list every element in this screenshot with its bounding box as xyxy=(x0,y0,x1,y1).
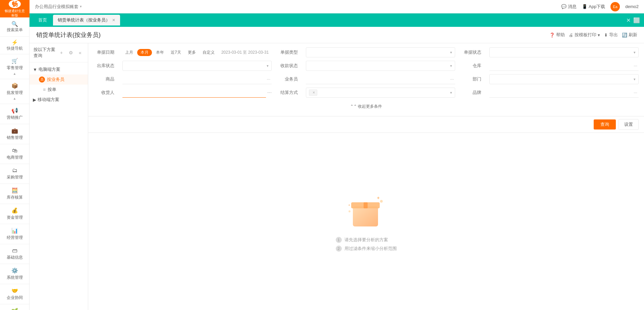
tree-item-by-order-label: 按单 xyxy=(48,87,56,93)
svg-rect-0 xyxy=(353,206,378,226)
date-tab-this-year[interactable]: 本年 xyxy=(153,49,167,56)
enterprise-icon: 🤝 xyxy=(11,288,18,294)
brand-input[interactable]: ··· xyxy=(489,88,639,98)
sidebar-item-basic[interactable]: 🗃 基础信息 xyxy=(0,244,29,264)
dept-dropdown-icon: ▾ xyxy=(634,77,636,82)
sidebar-item-wholesale[interactable]: 📦 批发管理 ▲ xyxy=(0,79,29,104)
settlement-select[interactable]: × ▾ xyxy=(306,88,455,98)
svg-point-3 xyxy=(380,200,383,203)
out-status-select[interactable]: ▾ xyxy=(122,61,272,71)
help-button[interactable]: ❓ 帮助 xyxy=(549,32,565,38)
brand-label: 品牌 xyxy=(461,90,484,96)
tab-restore-icon[interactable]: ⬜ xyxy=(633,17,640,23)
help-label: 帮助 xyxy=(556,32,565,38)
sidebar-item-inventory[interactable]: 🧮 库存核算 xyxy=(0,184,29,204)
sidebar-item-finance[interactable]: 💰 资金管理 xyxy=(0,204,29,224)
collapse-panel-button[interactable]: « xyxy=(76,49,84,56)
out-status-dropdown-icon: ▾ xyxy=(267,64,269,68)
staff-dots: ··· xyxy=(450,76,454,82)
app-download-button[interactable]: 📱 App下载 xyxy=(582,4,605,10)
sidebar-item-retail[interactable]: 🛒 零售管理 ▲ xyxy=(0,54,29,79)
sidebar-item-search[interactable]: 🔍 搜索菜单 xyxy=(0,17,29,37)
filter-row-1: 单据日期 上月 本月 本年 近7天 更多 自定义 2023-03-01 至 20… xyxy=(94,47,639,57)
tree-group-mobile-header[interactable]: ▶ 移动端方案 xyxy=(30,95,88,105)
sidebar-item-purchase[interactable]: 🗂 采购管理 xyxy=(0,164,29,184)
print-dropdown-icon: ▾ xyxy=(598,33,600,38)
tree-group-pc-header[interactable]: ▼ 电脑端方案 xyxy=(30,64,88,74)
setting-button[interactable]: 设置 xyxy=(619,119,639,130)
user-name[interactable]: demo2 xyxy=(625,4,639,9)
collapse-bar-label[interactable]: 收起更多条件 xyxy=(358,104,382,109)
date-label: 单据日期 xyxy=(94,49,117,55)
sidebar-item-system[interactable]: ⚙️ 系统管理 xyxy=(0,264,29,284)
tab-report[interactable]: 销货单统计表（按业务员） ✕ xyxy=(53,15,120,25)
consignee-input[interactable] xyxy=(122,88,266,98)
inventory-icon: 🧮 xyxy=(11,187,18,194)
doc-type-label: 单据类型 xyxy=(277,49,301,55)
goods-input[interactable]: ··· xyxy=(122,74,272,84)
tree-group-pc: ▼ 电脑端方案 员 按业务员 ≡ 按单 xyxy=(30,64,88,95)
sidebar-ecommerce-label: 电商管理 xyxy=(7,155,23,160)
refresh-button[interactable]: 🔄 刷新 xyxy=(622,32,637,38)
dept-select[interactable]: ▾ xyxy=(489,74,639,84)
dept-label: 部门 xyxy=(461,76,484,82)
settlement-tag: × xyxy=(309,90,317,96)
date-tab-more[interactable]: 更多 xyxy=(185,49,199,56)
doc-type-select[interactable]: ▾ xyxy=(306,47,455,57)
tabbar: 首页 销货单统计表（按业务员） ✕ ✕ ⬜ xyxy=(30,13,644,27)
export-label: 导出 xyxy=(609,32,618,38)
sidebar-retail-label: 零售管理 xyxy=(7,65,23,71)
consignee-dots[interactable]: ··· xyxy=(267,90,272,96)
sidebar: 畅 畅捷通好生意 标版 🔍 搜索菜单 ⚡ 快捷导航 🛒 零售管理 ▲ 📦 批发管… xyxy=(0,0,30,310)
tree-group-pc-label: 电脑端方案 xyxy=(39,66,60,72)
sidebar-item-operation[interactable]: 📊 经营管理 xyxy=(0,224,29,244)
sidebar-item-ecommerce[interactable]: 🛍 电商管理 xyxy=(0,144,29,164)
warehouse-input[interactable]: ··· xyxy=(489,61,639,71)
query-button[interactable]: 查询 xyxy=(594,119,616,130)
retail-icon: 🛒 xyxy=(11,58,18,64)
system-icon: ⚙️ xyxy=(11,267,18,274)
date-tab-last-month[interactable]: 上月 xyxy=(122,49,136,56)
date-tab-custom[interactable]: 自定义 xyxy=(200,49,217,56)
export-button[interactable]: ⬇ 导出 xyxy=(604,32,618,38)
sidebar-item-newbie[interactable]: 🌱 新手引导 xyxy=(0,304,29,310)
sidebar-item-enterprise[interactable]: 🤝 企业协同 xyxy=(0,284,29,304)
sidebar-item-sales[interactable]: 💼 销售管理 xyxy=(0,124,29,144)
tab-window-close-icon[interactable]: ✕ xyxy=(626,17,631,23)
print-button[interactable]: 🖨 按模板打印 ▾ xyxy=(569,32,600,38)
recv-status-select[interactable]: ▾ xyxy=(306,61,455,71)
settlement-dropdown-icon: ▾ xyxy=(450,91,452,95)
print-label: 按模板打印 xyxy=(575,32,596,38)
sidebar-item-quick[interactable]: ⚡ 快捷导航 xyxy=(0,37,29,54)
refresh-label: 刷新 xyxy=(629,32,637,38)
tree-item-by-order[interactable]: ≡ 按单 xyxy=(30,85,88,95)
operation-icon: 📊 xyxy=(11,227,18,234)
tree-item-by-staff[interactable]: 员 按业务员 xyxy=(30,74,88,85)
empty-hint-2: 2 用过滤条件来缩小分析范围 xyxy=(336,246,397,252)
filter-row-4: 收货人 ··· 结算方式 × xyxy=(94,88,639,98)
empty-illustration: ✦ ✦ xyxy=(346,191,386,231)
tab-close-icon[interactable]: ✕ xyxy=(112,18,115,22)
staff-input[interactable]: ··· xyxy=(306,74,455,84)
order-icon: ≡ xyxy=(43,87,46,92)
left-panel-icons: + ⚙ « xyxy=(58,49,84,56)
filter-row-2: 出库状态 ▾ 收款状态 ▾ xyxy=(94,61,639,71)
user-avatar[interactable]: Ea xyxy=(610,2,620,11)
add-scheme-button[interactable]: + xyxy=(58,49,65,56)
doc-status-select[interactable]: ▾ xyxy=(489,47,639,57)
retail-arrow-icon: ▲ xyxy=(13,72,16,75)
sidebar-logo[interactable]: 畅 畅捷通好生意 标版 xyxy=(0,0,30,17)
date-tab-this-month[interactable]: 本月 xyxy=(137,49,152,56)
topbar-dropdown-icon[interactable]: ▾ xyxy=(80,4,82,9)
settlement-tag-close[interactable]: × xyxy=(313,90,315,95)
settings-scheme-button[interactable]: ⚙ xyxy=(67,49,74,56)
message-icon: 💬 xyxy=(561,4,567,9)
message-button[interactable]: 💬 消息 xyxy=(561,4,577,10)
topbar-title-text: 办公用品行业模拟账套 xyxy=(35,4,78,10)
page-title: 销货单统计表(按业务员) xyxy=(36,31,101,43)
sidebar-item-marketing[interactable]: 📢 营销推广 xyxy=(0,104,29,124)
date-tab-7days[interactable]: 近7天 xyxy=(168,49,184,56)
newbie-icon: 🌱 xyxy=(11,308,18,310)
recv-status-label: 收款状态 xyxy=(277,63,301,69)
tab-home[interactable]: 首页 xyxy=(34,15,52,25)
